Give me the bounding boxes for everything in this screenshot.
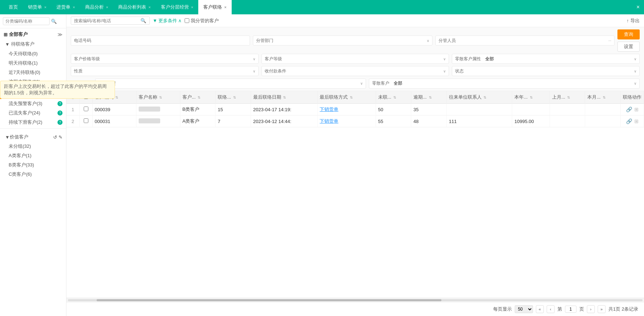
nav-product-analysis-list[interactable]: 商品分析列表 × [113, 0, 156, 14]
close-customer-contact-icon[interactable]: × [224, 5, 226, 9]
name-sort-icon[interactable]: ⇅ [159, 95, 162, 99]
customer-level-filter[interactable]: 客户等级 ∨ [261, 54, 449, 64]
row2-select-checkbox[interactable] [84, 118, 88, 123]
col-last-contact-method-header[interactable]: 最后联络方式 ⇅ [318, 91, 376, 104]
nav-product-analysis[interactable]: 商品分析 × [80, 0, 113, 14]
lost-info-icon[interactable]: ? [57, 110, 62, 115]
settings-button[interactable]: 设置 [617, 42, 640, 52]
nav-home[interactable]: 首页 [4, 0, 23, 14]
close-customer-tier-icon[interactable]: × [191, 5, 193, 9]
type-sort-icon[interactable]: ⇅ [198, 95, 200, 99]
last-contact-date-sort-icon[interactable]: ⇅ [283, 95, 286, 99]
contact-sort-icon[interactable]: ⇅ [233, 95, 236, 99]
col-this-year-header[interactable]: 本年... ⇅ [512, 91, 550, 104]
row1-link-icon[interactable]: 🔗 [626, 107, 632, 112]
sidebar-item-lost-pre[interactable]: 流失预警客户(3) ? [0, 99, 66, 108]
sidebar-item-lost[interactable]: 已流失客户(24) ? [0, 108, 66, 118]
code-sort-icon[interactable]: ⇅ [115, 95, 118, 99]
last-contact-method-sort-icon[interactable]: ⇅ [350, 95, 353, 99]
person-filter[interactable]: 分管人员 ··· [435, 36, 615, 46]
filter-search-icon[interactable]: 🔍 [140, 18, 146, 23]
col-this-month-header[interactable]: 本月... ⇅ [585, 91, 621, 104]
row2-code: 000031 [92, 115, 136, 127]
gender-filter[interactable]: 性质 ∨ [71, 66, 259, 76]
pending-contact-group-title[interactable]: ▼ 待联络客户 [0, 39, 66, 49]
col-contacts-header[interactable]: 往来单位联系人 ⇅ [446, 91, 512, 104]
row1-select-checkbox[interactable] [84, 107, 88, 111]
close-product-analysis-list-icon[interactable]: × [148, 5, 150, 9]
last-page-btn[interactable]: » [598, 305, 606, 313]
row2-last-contact-method[interactable]: 下销货单 [318, 115, 376, 127]
status-filter[interactable]: 状态 ∨ [452, 66, 640, 76]
filter-search-input[interactable] [74, 18, 140, 23]
my-customer-checkbox-area[interactable]: 我分管的客户 [185, 18, 219, 24]
per-page-select[interactable]: 50 20 100 [515, 305, 533, 313]
sidebar-item-today[interactable]: 今天待联络(0) [0, 49, 66, 58]
nav-sales-order[interactable]: 销货单 × [23, 0, 51, 14]
row2-link-icon[interactable]: 🔗 [626, 118, 632, 124]
sidebar-collapse-icon[interactable]: ≫ [57, 32, 62, 37]
col-last-contact-date-header[interactable]: 最后联络日期 ⇅ [251, 91, 317, 104]
this-year-sort-icon[interactable]: ⇅ [530, 95, 533, 99]
sidebar-search-icon[interactable]: 🔍 [51, 19, 57, 24]
col-name-header[interactable]: 客户名称 ⇅ [136, 91, 180, 104]
this-month-sort-icon[interactable]: ⇅ [603, 95, 606, 99]
row1-grid-icon[interactable]: ⊞ [634, 107, 639, 112]
sidebar-item-7days[interactable]: 近7天待联络(0) [0, 68, 66, 77]
scrollbar-thumb[interactable] [97, 299, 441, 301]
col-contact-header[interactable]: 联络... ⇅ [216, 91, 251, 104]
customer-type-filter[interactable]: 客户类型 ∨ [95, 79, 366, 89]
retail-attr-filter[interactable]: 零散客户属性 全部 ∨ [452, 54, 640, 64]
row1-last-contact-method[interactable]: 下销货单 [318, 104, 376, 115]
nav-purchase-order[interactable]: 进货单 × [51, 0, 80, 14]
window-close-icon[interactable]: × [636, 4, 640, 10]
col-last-month-header[interactable]: 上月... ⇅ [550, 91, 585, 104]
col-type-header[interactable]: 客户... ⇅ [180, 91, 216, 104]
close-product-analysis-icon[interactable]: × [106, 5, 108, 9]
export-btn[interactable]: ↑ 导出 [627, 18, 640, 24]
sidebar-item-a-class[interactable]: A类客户(1) [0, 151, 66, 160]
sidebar-search-input[interactable] [3, 17, 50, 25]
close-purchase-order-icon[interactable]: × [73, 5, 75, 9]
value-customer-title[interactable]: ▼ 价值客户 ↺ ✎ [0, 132, 66, 142]
sidebar-item-c-class[interactable]: C类客户(6) [0, 170, 66, 179]
col-overdue-header[interactable]: 逾期... ⇅ [411, 91, 447, 104]
dept-filter[interactable]: 分管部门 ∨ [253, 36, 432, 46]
edit-value-icon[interactable]: ✎ [59, 135, 62, 140]
payment-filter[interactable]: 收付款条件 ∨ [261, 66, 449, 76]
table-area[interactable]: ⚙ 客户编码 ⇅ 客户名称 ⇅ [66, 91, 644, 298]
close-sales-order-icon[interactable]: × [44, 5, 46, 9]
next-page-btn[interactable]: › [587, 305, 595, 313]
customer-table: ⚙ 客户编码 ⇅ 客户名称 ⇅ [66, 91, 644, 127]
retail-customer-filter[interactable]: 零散客户 全部 ∨ [369, 79, 640, 89]
phone-filter[interactable]: 电话号码 [71, 36, 250, 46]
row1-checkbox[interactable] [79, 104, 92, 115]
row2-checkbox[interactable] [79, 115, 92, 127]
first-page-btn[interactable]: « [536, 305, 544, 313]
sidebar-item-ungrouped[interactable]: 未分组(32) [0, 142, 66, 151]
col-no-contact-header[interactable]: 未联... ⇅ [376, 91, 411, 104]
sidebar-item-decline[interactable]: 持续下滑客户(2) ? [0, 118, 66, 127]
row2-grid-icon[interactable]: ⊞ [634, 118, 639, 124]
price-level-filter[interactable]: 客户价格等级 ∨ [71, 54, 259, 64]
more-conditions-btn[interactable]: ▼ 更多条件 ∧ [153, 18, 182, 24]
sidebar-item-b-class[interactable]: B类客户(33) [0, 160, 66, 170]
last-month-sort-icon[interactable]: ⇅ [567, 95, 570, 99]
scrollbar-track[interactable] [68, 299, 643, 301]
all-customers-title[interactable]: ⊞ 全部客户 ≫ [0, 28, 66, 39]
sidebar-item-tomorrow[interactable]: 明天待联络(1) [0, 58, 66, 68]
nav-customer-contact[interactable]: 客户联络 × [198, 0, 231, 14]
nav-customer-tier[interactable]: 客户分层经营 × [156, 0, 198, 14]
contacts-sort-icon[interactable]: ⇅ [483, 95, 486, 99]
overdue-sort-icon[interactable]: ⇅ [429, 95, 432, 99]
no-contact-sort-icon[interactable]: ⇅ [393, 95, 396, 99]
page-number-input[interactable] [565, 306, 576, 313]
horizontal-scrollbar[interactable] [66, 298, 644, 302]
payment-arrow-icon: ∨ [443, 69, 446, 73]
sync-icon[interactable]: ↺ [53, 135, 57, 140]
my-customer-checkbox[interactable] [185, 18, 189, 23]
decline-info-icon[interactable]: ? [57, 120, 62, 125]
prev-page-btn[interactable]: ‹ [547, 305, 555, 313]
lost-pre-info-icon[interactable]: ? [57, 101, 62, 106]
query-button[interactable]: 查询 [617, 29, 640, 39]
